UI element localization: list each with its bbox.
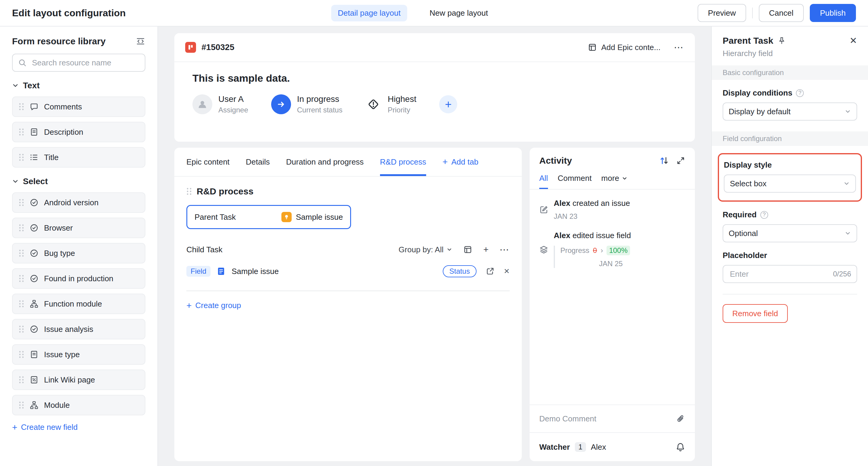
remove-field-button[interactable]: Remove field [723,304,788,323]
child-issue-value: Sample issue [231,267,279,276]
collapse-panel-icon[interactable] [136,36,145,46]
topbar-actions: Preview Cancel Publish [698,4,856,22]
required-select[interactable]: Optional [723,224,857,242]
field-item-android-version[interactable]: Android version [12,192,145,213]
field-item-link-wiki-page[interactable]: Link Wiki page [12,370,145,390]
add-epic-content-button[interactable]: Add Epic conte... [588,43,660,52]
tab-all[interactable]: All [539,170,548,189]
epic-board-icon [588,43,597,52]
sort-order-icon[interactable] [659,156,669,165]
create-group-button[interactable]: + Create group [186,301,510,310]
display-style-select[interactable]: Select box [724,174,856,193]
search-input[interactable] [31,58,140,68]
field-item-module[interactable]: Module [12,395,145,415]
priority-value: Highest [388,94,416,104]
add-child-task-icon[interactable]: + [483,245,489,254]
drag-handle-icon[interactable] [19,351,24,358]
field-item-title[interactable]: Title [12,147,145,168]
board-view-icon[interactable] [463,245,472,254]
placeholder-input-wrap: 0/256 [723,265,857,283]
drag-handle-icon[interactable] [19,275,24,282]
tab-details[interactable]: Details [246,148,270,176]
help-icon[interactable]: ? [796,89,804,97]
tab-more[interactable]: more [601,170,628,189]
required-label: Required [723,210,757,220]
preview-button[interactable]: Preview [698,4,746,22]
child-task-row[interactable]: Field Sample issue Status ✕ [186,265,510,277]
field-item-browser[interactable]: Browser [12,218,145,238]
field-item-found-in-production[interactable]: Found in production [12,268,145,289]
add-field-button[interactable]: + [439,95,457,113]
section-select[interactable]: Select [12,177,145,186]
edit-icon [539,199,548,221]
work-item-icon [185,42,196,53]
tab-epic-content[interactable]: Epic content [186,148,229,176]
resource-search[interactable] [12,54,145,72]
open-external-icon[interactable] [486,267,495,276]
drag-handle-icon[interactable] [19,154,24,161]
drag-handle-icon[interactable] [19,128,24,136]
display-conditions-select[interactable]: Display by default [723,102,857,121]
sidebar-title: Form resource library [12,36,105,46]
tab-detail-page-layout[interactable]: Detail page layout [331,5,407,22]
drag-handle-icon[interactable] [19,300,24,308]
tab-rd-process[interactable]: R&D process [380,148,426,176]
drag-handle-icon[interactable] [19,224,24,232]
paperclip-icon[interactable] [676,414,685,423]
remove-row-icon[interactable]: ✕ [504,267,510,275]
detail-tab-bar: Epic content Details Duration and progre… [174,148,522,177]
field-item-function-module[interactable]: Function module [12,294,145,314]
expand-icon[interactable] [676,156,685,165]
section-label: Text [23,81,40,91]
comment-input[interactable]: Demo Comment [530,404,695,432]
tab-duration-progress[interactable]: Duration and progress [286,148,364,176]
pin-icon[interactable] [777,36,786,45]
event-date: JAN 25 [599,260,631,268]
more-actions-icon[interactable]: ⋯ [674,42,684,52]
assignee-field[interactable]: User A Assignee [192,94,248,114]
cancel-button[interactable]: Cancel [759,4,804,22]
field-configuration-header: Field configuration [712,131,868,146]
event-action: created an issue [572,199,630,208]
drag-handle-icon[interactable] [19,376,24,384]
topbar: Edit layout configuration Detail page la… [0,0,868,27]
parent-task-field[interactable]: Parent Task Sample issue [186,205,351,229]
drag-handle-icon[interactable] [19,249,24,257]
close-icon[interactable]: ✕ [849,36,857,45]
activity-feed: Alex created an issue JAN 23 Alex edited… [530,190,695,404]
field-item-comments[interactable]: Comments [12,96,145,117]
placeholder-input[interactable] [728,269,829,279]
chevron-down-icon [844,230,851,237]
status-field[interactable]: In progress Current status [271,94,343,114]
issue-fields-row: User A Assignee In progress Current stat… [192,94,684,114]
field-item-label: Description [44,128,83,137]
activity-title: Activity [539,156,572,166]
tab-comment[interactable]: Comment [558,170,592,189]
text-field-list: Comments Description Title [12,96,145,168]
list-icon [30,153,39,162]
drag-handle-icon[interactable] [19,199,24,206]
field-item-description[interactable]: Description [12,122,145,142]
group-by-dropdown[interactable]: Group by: All [399,245,453,255]
help-icon[interactable]: ? [760,211,768,219]
add-tab-button[interactable]: + Add tab [442,148,478,176]
layout-preview-area: #150325 Add Epic conte... ⋯ This is samp… [158,27,711,466]
drag-handle-icon[interactable] [19,325,24,333]
section-text[interactable]: Text [12,81,145,91]
field-item-label: Link Wiki page [44,375,95,385]
drag-handle-icon[interactable] [19,103,24,111]
bulb-icon [281,212,292,222]
drag-handle-icon[interactable] [19,401,24,409]
drag-handle-icon[interactable] [186,188,192,195]
create-new-field-button[interactable]: + Create new field [12,423,145,432]
publish-button[interactable]: Publish [810,4,856,22]
priority-field[interactable]: Highest Priority [365,94,416,114]
more-actions-icon[interactable]: ⋯ [499,245,510,255]
field-item-issue-type[interactable]: Issue type [12,344,145,365]
tab-new-page-layout[interactable]: New page layout [423,5,495,22]
status-pill[interactable]: Status [443,265,476,277]
status-value: In progress [297,94,343,104]
field-item-issue-analysis[interactable]: Issue analysis [12,319,145,339]
bell-icon[interactable] [676,442,685,452]
field-item-bug-type[interactable]: Bug type [12,243,145,263]
